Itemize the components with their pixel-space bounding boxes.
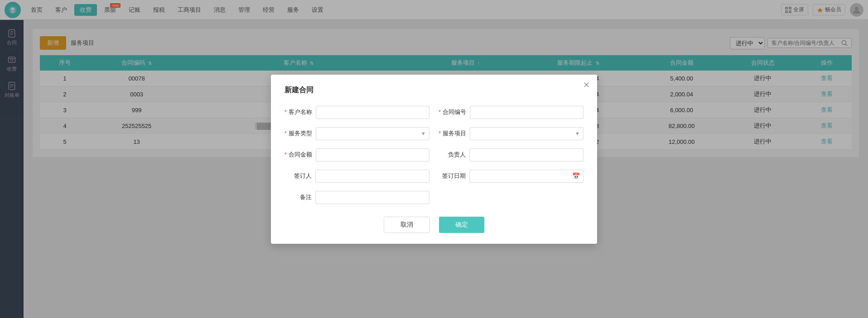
- signer-input[interactable]: [315, 170, 429, 183]
- contract-no-label: 合同编号: [439, 108, 466, 116]
- form-field-service-item: 服务项目 ▼: [439, 127, 583, 140]
- service-type-select[interactable]: [316, 127, 429, 140]
- service-type-wrap: ▼: [316, 127, 429, 140]
- form-field-service-type: 服务类型 ▼: [285, 127, 429, 140]
- modal-footer: 取消 确定: [285, 217, 583, 233]
- confirm-button[interactable]: 确定: [439, 217, 484, 233]
- contract-amount-input[interactable]: 0.00: [316, 148, 429, 161]
- service-type-label: 服务类型: [285, 129, 312, 138]
- form-field-sign-date: 签订日期 2023-06-06 📅: [439, 170, 583, 183]
- form-row-1: 客户名称 合同编号: [285, 106, 583, 119]
- service-item-label: 服务项目: [439, 129, 466, 138]
- form-field-remark: 备注: [285, 191, 429, 204]
- modal-close-button[interactable]: ✕: [583, 80, 590, 90]
- service-item-wrap: ▼: [470, 127, 583, 140]
- customer-name-input[interactable]: [316, 106, 429, 119]
- form-field-amount: 合同金额 0.00: [285, 148, 429, 161]
- sign-date-label: 签订日期: [439, 172, 466, 180]
- form-field-customer: 客户名称: [285, 106, 429, 119]
- cancel-button[interactable]: 取消: [384, 217, 430, 233]
- modal-title: 新建合同: [285, 85, 583, 95]
- service-item-select[interactable]: [470, 127, 583, 140]
- customer-name-label: 客户名称: [285, 108, 312, 116]
- form-row-3: 合同金额 0.00 负责人: [285, 148, 583, 161]
- sign-date-input[interactable]: 2023-06-06: [469, 170, 583, 183]
- signer-label: 签订人: [285, 172, 312, 180]
- form-field-contract-no: 合同编号: [439, 106, 583, 119]
- remark-label: 备注: [285, 193, 312, 201]
- person-input[interactable]: [469, 148, 583, 161]
- new-contract-modal: ✕ 新建合同 客户名称 合同编号 服务类型 ▼ 服务项目: [271, 75, 597, 244]
- modal-overlay: ✕ 新建合同 客户名称 合同编号 服务类型 ▼ 服务项目: [0, 0, 868, 318]
- form-row-2: 服务类型 ▼ 服务项目 ▼: [285, 127, 583, 140]
- form-field-person: 负责人: [439, 148, 583, 161]
- form-row-5: 备注: [285, 191, 583, 204]
- form-field-signer: 签订人: [285, 170, 429, 183]
- form-row-4: 签订人 签订日期 2023-06-06 📅: [285, 170, 583, 183]
- sign-date-wrap: 2023-06-06 📅: [469, 170, 583, 183]
- contract-no-input[interactable]: [470, 106, 583, 119]
- remark-input[interactable]: [315, 191, 429, 204]
- person-label: 负责人: [439, 151, 466, 159]
- contract-amount-label: 合同金额: [285, 151, 312, 159]
